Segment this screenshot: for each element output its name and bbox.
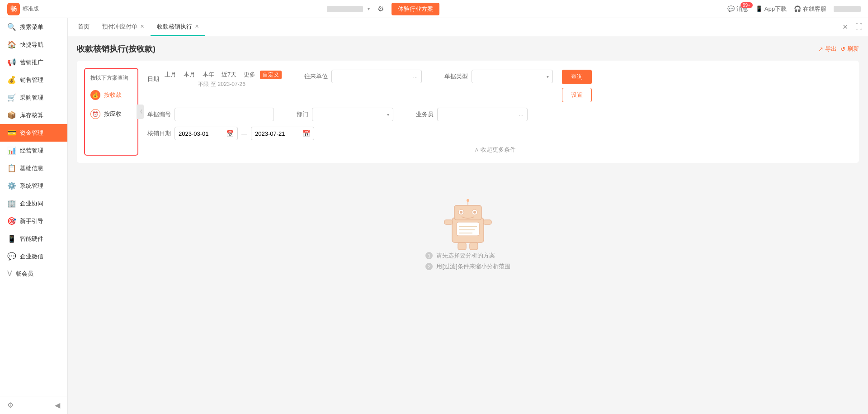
staff-label: 业务员 — [416, 110, 434, 119]
top-bar-right: 💬 消息 99+ 📱 App下载 🎧 在线客服 — [727, 5, 861, 13]
filter-collapse-button[interactable]: 《 — [137, 105, 144, 119]
chevron-down-icon: ▾ — [387, 112, 389, 117]
doc-no-input[interactable] — [175, 108, 274, 121]
writeoff-end-text: 2023-07-21 — [255, 130, 285, 137]
doc-no-label: 单据编号 — [147, 110, 171, 119]
sidebar-item-system[interactable]: ⚙️ 系统管理 — [0, 177, 67, 195]
tab-prepay-reconcile[interactable]: 预付冲应付单 ✕ — [96, 18, 151, 36]
member-icon: V — [7, 270, 12, 278]
writeoff-date-label: 核销日期 — [147, 129, 171, 138]
page-actions: ↗ 导出 ↺ 刷新 — [818, 45, 859, 53]
tab-receipt-writeoff[interactable]: 收款核销执行 ✕ — [151, 18, 205, 36]
collapse-more-button[interactable]: ∧ 收起更多条件 — [474, 146, 516, 154]
user-avatar — [834, 6, 861, 12]
sidebar-label: 销售管理 — [20, 76, 43, 84]
sidebar-item-quick-nav[interactable]: 🏠 快捷导航 — [0, 36, 67, 53]
footer-settings-icon[interactable]: ⚙ — [7, 401, 14, 409]
tab-close-all-icon[interactable]: ✕ — [840, 21, 850, 33]
writeoff-end-date[interactable]: 2023-07-21 📅 — [251, 127, 314, 140]
sidebar-item-sales[interactable]: 💰 销售管理 — [0, 71, 67, 89]
empty-state: 1 请先选择要分析的方案 2 用[过滤]条件来缩小分析范围 — [77, 170, 859, 298]
message-badge: 99+ — [741, 2, 753, 8]
message-button[interactable]: 💬 消息 99+ — [727, 5, 748, 13]
svg-rect-11 — [470, 243, 478, 250]
svg-rect-10 — [458, 243, 466, 250]
doc-type-select[interactable]: ▾ — [472, 70, 553, 83]
filter-by-receivable[interactable]: ⏰ 按应收 — [85, 105, 137, 124]
date-group: 日期 上月 本月 本年 近7天 更多 自定义 — [147, 70, 282, 88]
step-2: 2 — [425, 263, 433, 270]
operation-icon: 📊 — [7, 146, 16, 155]
sidebar-item-hardware[interactable]: 📱 智能硬件 — [0, 230, 67, 247]
sidebar-label: 库存核算 — [20, 111, 43, 119]
sidebar-label: 经营管理 — [20, 147, 43, 155]
sidebar-label: 采购管理 — [20, 94, 43, 102]
search-panel: 按以下方案查询 💰 按收款 ⏰ 按应收 《 — [77, 61, 859, 163]
search-settings-button[interactable]: 设置 — [562, 88, 592, 102]
sidebar-label: 基础信息 — [20, 164, 43, 172]
sidebar-item-guide[interactable]: 🎯 新手引导 — [0, 212, 67, 230]
calendar-icon-end[interactable]: 📅 — [302, 130, 310, 137]
sidebar-label: 畅会员 — [16, 270, 33, 278]
query-button[interactable]: 查询 — [562, 70, 592, 84]
writeoff-start-date[interactable]: 2023-03-01 📅 — [175, 127, 238, 140]
tab-close-prepay[interactable]: ✕ — [140, 24, 144, 29]
sidebar-item-finance[interactable]: 💳 资金管理 — [0, 124, 67, 142]
sidebar-item-purchase[interactable]: 🛒 采购管理 — [0, 89, 67, 106]
date-btn-more[interactable]: 更多 — [241, 70, 258, 80]
sidebar-item-enterprise[interactable]: 🏢 企业协同 — [0, 195, 67, 212]
date-btn-7days[interactable]: 近7天 — [219, 70, 239, 80]
doc-type-group: 单据类型 ▾ — [444, 70, 553, 83]
svg-point-5 — [473, 211, 476, 214]
finance-icon: 💳 — [7, 128, 16, 137]
tab-close-receipt[interactable]: ✕ — [195, 24, 199, 29]
partner-input[interactable]: ··· — [331, 70, 422, 83]
purchase-icon: 🛒 — [7, 93, 16, 102]
date-btn-this-month[interactable]: 本月 — [181, 70, 198, 80]
brand-label: 标准版 — [23, 5, 39, 13]
doc-type-label: 单据类型 — [444, 72, 468, 81]
app-icon: 📱 — [755, 5, 763, 12]
partner-dots[interactable]: ··· — [413, 73, 418, 80]
date-to-text: 至 2023-07-26 — [211, 81, 245, 88]
sidebar-item-member[interactable]: V 畅会员 — [0, 265, 67, 282]
tab-home[interactable]: 首页 — [71, 18, 96, 36]
export-button[interactable]: ↗ 导出 — [818, 45, 837, 53]
dept-select[interactable]: ▾ — [312, 108, 393, 121]
refresh-button[interactable]: ↺ 刷新 — [840, 45, 859, 53]
sidebar-label: 企业微信 — [20, 252, 43, 261]
date-btn-this-year[interactable]: 本年 — [200, 70, 217, 80]
date-btn-last-month[interactable]: 上月 — [162, 70, 179, 80]
date-controls: 上月 本月 本年 近7天 更多 自定义 不限 至 2023-07-26 — [162, 70, 282, 88]
footer-collapse-icon[interactable]: ◀ — [55, 401, 60, 409]
export-icon: ↗ — [818, 46, 823, 52]
industry-button[interactable]: 体验行业方案 — [392, 3, 439, 15]
filter-by-receipt[interactable]: 💰 按收款 — [85, 86, 137, 105]
tab-maximize-icon[interactable]: ⛶ — [854, 21, 864, 33]
writeoff-start-text: 2023-03-01 — [179, 130, 209, 137]
blurred-company — [327, 6, 363, 12]
receivable-icon: ⏰ — [90, 109, 100, 119]
enterprise-icon: 🏢 — [7, 199, 16, 208]
staff-dots[interactable]: ··· — [519, 111, 524, 118]
sidebar-item-wechat[interactable]: 💬 企业微信 — [0, 247, 67, 265]
app-download[interactable]: 📱 App下载 — [755, 5, 787, 13]
collapse-more-row: ∧ 收起更多条件 — [147, 146, 843, 154]
calendar-icon-start[interactable]: 📅 — [226, 130, 234, 137]
sidebar-item-operation[interactable]: 📊 经营管理 — [0, 142, 67, 159]
tab-bar: 首页 预付冲应付单 ✕ 收款核销执行 ✕ ✕ ⛶ — [68, 18, 868, 36]
form-row-3: 核销日期 2023-03-01 📅 — 2023-07-21 📅 — [147, 127, 843, 140]
sidebar-label: 搜索菜单 — [20, 23, 43, 31]
staff-input[interactable]: ··· — [437, 108, 528, 121]
date-dash: — — [241, 130, 247, 137]
sidebar-item-marketing[interactable]: 📢 营销推广 — [0, 53, 67, 71]
chevron-down-icon[interactable]: ▾ — [368, 6, 370, 11]
settings-icon[interactable]: ⚙ — [374, 3, 387, 15]
svg-point-4 — [460, 211, 462, 214]
svg-point-7 — [467, 199, 469, 202]
sidebar-item-basic-info[interactable]: 📋 基础信息 — [0, 159, 67, 177]
sidebar-item-inventory[interactable]: 📦 库存核算 — [0, 106, 67, 124]
sidebar-item-search-menu[interactable]: 🔍 搜索菜单 — [0, 18, 67, 36]
online-service[interactable]: 🎧 在线客服 — [794, 5, 826, 13]
chevron-down-icon: ▾ — [547, 74, 549, 79]
